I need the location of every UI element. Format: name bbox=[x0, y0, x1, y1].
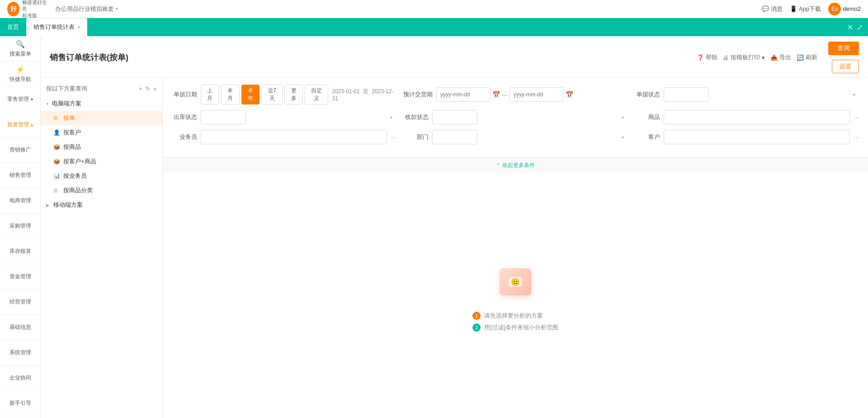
by-customer-product-icon: 📦 bbox=[53, 158, 61, 165]
message-icon: 💬 bbox=[762, 5, 769, 12]
order-status-select[interactable] bbox=[664, 87, 709, 102]
this-year-button[interactable]: 本年 bbox=[241, 85, 260, 104]
sidebar-item-purchase[interactable]: 采购管理 bbox=[0, 214, 40, 239]
payment-status-arrow-icon: ▾ bbox=[622, 115, 624, 120]
tree-mobile-header[interactable]: ▶ 移动端方案 bbox=[41, 198, 162, 212]
goods-more-icon[interactable]: ··· bbox=[854, 114, 859, 121]
delivery-date-start[interactable] bbox=[436, 87, 491, 102]
department-group: 部门 ▾ bbox=[403, 130, 627, 144]
sidebar-item-quick-nav[interactable]: ⚡ 快捷导航 bbox=[0, 62, 40, 87]
close-window-icon[interactable]: ✕ bbox=[847, 23, 853, 32]
order-status-label: 单据状态 bbox=[635, 90, 660, 99]
sidebar-item-ecommerce[interactable]: 电商管理 bbox=[0, 188, 40, 214]
payment-status-label: 收款状态 bbox=[403, 113, 429, 121]
sidebar-item-wholesale[interactable]: 批发管理 ▴ bbox=[0, 112, 40, 138]
hint-text-2: 用[过滤]条件来缩小分析范围 bbox=[484, 323, 558, 332]
edit-scheme-button[interactable]: ✎ bbox=[145, 85, 151, 92]
sidebar-item-system[interactable]: 系统管理 bbox=[0, 340, 40, 366]
export-icon: 📤 bbox=[770, 54, 778, 61]
breadcrumb-arrow-icon[interactable]: ▾ bbox=[116, 6, 118, 11]
tab-close-icon[interactable]: × bbox=[77, 24, 80, 30]
sidebar-item-enterprise[interactable]: 企业协同 bbox=[0, 366, 40, 391]
tree-desktop-header[interactable]: ▾ 电脑端方案 bbox=[41, 96, 162, 111]
custom-button[interactable]: 自定义 bbox=[305, 85, 328, 104]
date-range-display: 2023-01-01 至 2023-12-31 bbox=[332, 88, 396, 102]
help-button[interactable]: ❓ 帮助 bbox=[697, 53, 717, 62]
tab-sales-order-statistics[interactable]: 销售订单统计表 × bbox=[26, 18, 87, 36]
last-7-days-button[interactable]: 近7天 bbox=[261, 85, 283, 104]
sidebar-item-operations[interactable]: 经营管理 bbox=[0, 290, 40, 315]
tree-item-by-product[interactable]: 📦 按商品 bbox=[41, 140, 162, 154]
breadcrumb: 办公用品行业模拟账套 ▾ bbox=[55, 5, 118, 13]
calendar-end-icon[interactable]: 📅 bbox=[566, 91, 573, 98]
customer-input[interactable] bbox=[664, 130, 850, 144]
left-panel-actions: + ✎ « bbox=[139, 85, 157, 92]
sidebar-item-marketing[interactable]: 营销推广 bbox=[0, 138, 40, 163]
sidebar-item-inventory[interactable]: 库存核算 bbox=[0, 239, 40, 264]
tree-item-by-category[interactable]: ⊞ 按商品分类 bbox=[41, 183, 162, 198]
goods-group: 商品 ··· bbox=[635, 110, 859, 124]
query-button[interactable]: 查询 bbox=[828, 42, 859, 55]
add-scheme-button[interactable]: + bbox=[139, 85, 142, 92]
customer-label: 客户 bbox=[635, 133, 660, 141]
by-product-icon: 📦 bbox=[53, 144, 61, 150]
delivery-date-end[interactable] bbox=[509, 87, 564, 102]
refresh-button[interactable]: 🔄 刷新 bbox=[797, 53, 817, 62]
maximize-icon[interactable]: ⤢ bbox=[857, 23, 863, 32]
salesperson-input[interactable] bbox=[201, 130, 387, 144]
export-button[interactable]: 📤 导出 bbox=[770, 53, 791, 62]
department-arrow-icon: ▾ bbox=[622, 135, 624, 140]
order-status-arrow-icon: ▾ bbox=[853, 92, 855, 97]
sidebar-item-newbie[interactable]: 新手引导 bbox=[0, 391, 40, 416]
more-button[interactable]: 更多 bbox=[284, 85, 303, 104]
delivery-status-select[interactable] bbox=[201, 110, 246, 124]
date-dash: — bbox=[502, 91, 508, 98]
by-salesperson-icon: 📊 bbox=[53, 173, 61, 179]
empty-box: 😐 bbox=[500, 268, 531, 295]
customer-more-icon[interactable]: ··· bbox=[854, 133, 859, 141]
left-panel: 按以下方案查询 + ✎ « ▾ 电脑端方案 ⊙ 按单 � bbox=[41, 77, 163, 418]
collapse-bar[interactable]: ⌃ 收起更多条件 bbox=[163, 157, 868, 173]
user-name: demo2 bbox=[843, 5, 861, 12]
expected-delivery-label: 预计交货期 bbox=[403, 90, 433, 99]
collapse-panel-button[interactable]: « bbox=[153, 85, 157, 92]
department-select[interactable] bbox=[432, 130, 477, 144]
by-order-icon: ⊙ bbox=[53, 115, 61, 121]
message-button[interactable]: 💬 消息 bbox=[762, 5, 783, 13]
this-month-button[interactable]: 本月 bbox=[221, 85, 240, 104]
salesperson-more-icon[interactable]: ··· bbox=[391, 133, 396, 141]
template-print-button[interactable]: 🖨 按模板打印 ▾ bbox=[723, 53, 765, 62]
app-download-button[interactable]: 📱 App下载 bbox=[790, 5, 821, 13]
tree-expand-icon: ▾ bbox=[46, 101, 48, 106]
sidebar-item-finance[interactable]: 资金管理 bbox=[0, 264, 40, 290]
breadcrumb-text: 办公用品行业模拟账套 bbox=[55, 5, 114, 13]
sidebar-item-basic[interactable]: 基础信息 bbox=[0, 315, 40, 340]
logo-icon: 好 bbox=[7, 2, 19, 16]
sidebar-item-sales[interactable]: 销售管理 bbox=[0, 163, 40, 188]
goods-input[interactable] bbox=[664, 110, 850, 124]
tree-item-by-salesperson[interactable]: 📊 按业务员 bbox=[41, 169, 162, 183]
sidebar-item-retail[interactable]: 零售管理 ▾ bbox=[0, 87, 40, 112]
tree-item-by-customer-product[interactable]: 📦 按客户+商品 bbox=[41, 154, 162, 169]
last-month-button[interactable]: 上月 bbox=[201, 85, 219, 104]
left-panel-title: 按以下方案查询 bbox=[46, 85, 87, 93]
retail-arrow-icon: ▾ bbox=[31, 97, 33, 102]
tab-home[interactable]: 首页 bbox=[0, 18, 26, 36]
logo-area: 好 畅捷通好生意 标准版 bbox=[7, 0, 48, 19]
tree-item-by-customer[interactable]: 👤 按客户 bbox=[41, 125, 162, 140]
split-content: 按以下方案查询 + ✎ « ▾ 电脑端方案 ⊙ 按单 � bbox=[41, 77, 868, 418]
by-category-icon: ⊞ bbox=[53, 187, 61, 194]
wholesale-arrow-icon: ▴ bbox=[31, 122, 33, 127]
user-area[interactable]: Ea demo2 bbox=[828, 3, 861, 15]
sidebar: 🔍 搜索菜单 ⚡ 快捷导航 零售管理 ▾ 批发管理 ▴ 营销推广 销售管理 电商… bbox=[0, 36, 41, 418]
sidebar-item-app-center[interactable]: 应用中心 bbox=[0, 416, 40, 418]
btn-area: 查询 设置 bbox=[823, 42, 859, 73]
calendar-start-icon[interactable]: 📅 bbox=[492, 91, 500, 98]
settings-button[interactable]: 设置 bbox=[832, 60, 859, 73]
sidebar-item-search[interactable]: 🔍 搜索菜单 bbox=[0, 36, 40, 62]
order-date-label: 单据日期 bbox=[172, 90, 197, 99]
payment-status-select[interactable] bbox=[432, 110, 477, 124]
tree-item-by-order[interactable]: ⊙ 按单 bbox=[41, 111, 162, 125]
quick-nav-icon: ⚡ bbox=[16, 65, 25, 74]
filter-row-2: 出库状态 ▾ 收款状态 bbox=[172, 110, 859, 124]
